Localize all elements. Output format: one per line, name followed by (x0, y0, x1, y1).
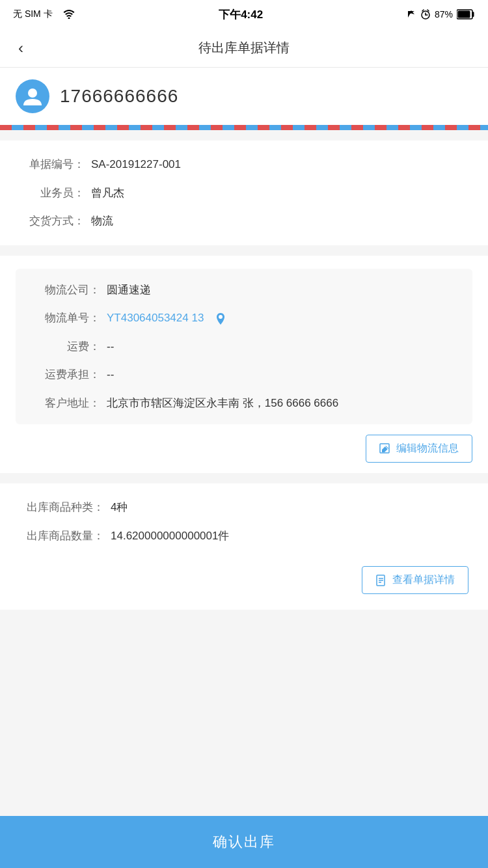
status-bar: 无 SIM 卡 下午4:42 87% (0, 0, 488, 29)
edit-logistics-section: 编辑物流信息 (16, 424, 472, 473)
freight-label: 运费： (35, 338, 107, 355)
back-button[interactable]: ‹ (13, 34, 29, 62)
tracking-value: YT43064053424 13 (107, 310, 453, 327)
status-time: 下午4:42 (219, 7, 263, 22)
bottom-spacer (0, 620, 488, 685)
goods-quantity-label: 出库商品数量： (20, 528, 111, 545)
address-row: 客户地址： 北京市市辖区海淀区永丰南 张，156 6666 6666 (35, 395, 453, 412)
document-icon (375, 575, 387, 586)
view-detail-section: 查看单据详情 (20, 556, 468, 594)
salesman-label: 业务员： (20, 185, 91, 202)
user-icon (22, 86, 43, 107)
svg-line-5 (427, 10, 429, 11)
logistics-company-label: 物流公司： (35, 282, 107, 299)
freight-row: 运费： -- (35, 338, 453, 355)
customer-phone: 17666666666 (60, 86, 178, 107)
battery-icon (457, 9, 475, 20)
delivery-row: 交货方式： 物流 (20, 213, 468, 230)
delivery-value: 物流 (91, 213, 468, 230)
salesman-value: 曾凡杰 (91, 185, 468, 202)
svg-point-8 (28, 88, 37, 98)
edit-logistics-button[interactable]: 编辑物流信息 (366, 435, 472, 463)
section-gap-3 (0, 473, 488, 483)
status-right: 87% (406, 9, 475, 20)
freight-bear-value: -- (107, 366, 453, 383)
order-no-label: 单据编号： (20, 156, 91, 173)
confirm-button[interactable]: 确认出库 (213, 832, 275, 852)
goods-type-value: 4种 (111, 499, 468, 516)
customer-header: 17666666666 (0, 68, 488, 125)
page-title: 待出库单据详情 (198, 39, 290, 57)
svg-point-9 (219, 315, 223, 319)
order-info-card: 单据编号： SA-20191227-001 业务员： 曾凡杰 交货方式： 物流 (0, 141, 488, 245)
status-left: 无 SIM 卡 (13, 8, 75, 20)
edit-icon (379, 443, 391, 455)
goods-quantity-value: 14.620000000000001件 (111, 528, 468, 545)
decorative-divider (0, 125, 488, 130)
section-gap-1 (0, 130, 488, 141)
freight-bear-row: 运费承担： -- (35, 366, 453, 383)
location-pin-icon[interactable] (213, 312, 228, 326)
salesman-row: 业务员： 曾凡杰 (20, 185, 468, 202)
location-icon (406, 9, 416, 20)
delivery-label: 交货方式： (20, 213, 91, 230)
goods-card: 出库商品种类： 4种 出库商品数量： 14.620000000000001件 查… (0, 483, 488, 610)
goods-type-row: 出库商品种类： 4种 (20, 499, 468, 516)
confirm-bar[interactable]: 确认出库 (0, 816, 488, 868)
goods-quantity-row: 出库商品数量： 14.620000000000001件 (20, 528, 468, 545)
svg-point-0 (68, 18, 70, 20)
section-gap-4 (0, 610, 488, 620)
section-gap-2 (0, 245, 488, 256)
alarm-icon (420, 9, 431, 20)
logistics-card: 物流公司： 圆通速递 物流单号： YT43064053424 13 运费： --… (16, 269, 472, 425)
logistics-company-value: 圆通速递 (107, 282, 453, 299)
avatar (16, 79, 49, 113)
freight-value: -- (107, 338, 453, 355)
battery-percent: 87% (435, 9, 453, 20)
address-label: 客户地址： (35, 395, 107, 412)
view-detail-button[interactable]: 查看单据详情 (362, 566, 468, 594)
order-no-value: SA-20191227-001 (91, 156, 468, 173)
tracking-label: 物流单号： (35, 310, 107, 327)
order-no-row: 单据编号： SA-20191227-001 (20, 156, 468, 173)
svg-line-4 (422, 10, 424, 11)
logistics-company-row: 物流公司： 圆通速递 (35, 282, 453, 299)
freight-bear-label: 运费承担： (35, 366, 107, 383)
tracking-row: 物流单号： YT43064053424 13 (35, 310, 453, 327)
nav-bar: ‹ 待出库单据详情 (0, 29, 488, 68)
svg-rect-7 (458, 11, 470, 18)
address-value: 北京市市辖区海淀区永丰南 张，156 6666 6666 (107, 395, 453, 412)
goods-type-label: 出库商品种类： (20, 499, 111, 516)
